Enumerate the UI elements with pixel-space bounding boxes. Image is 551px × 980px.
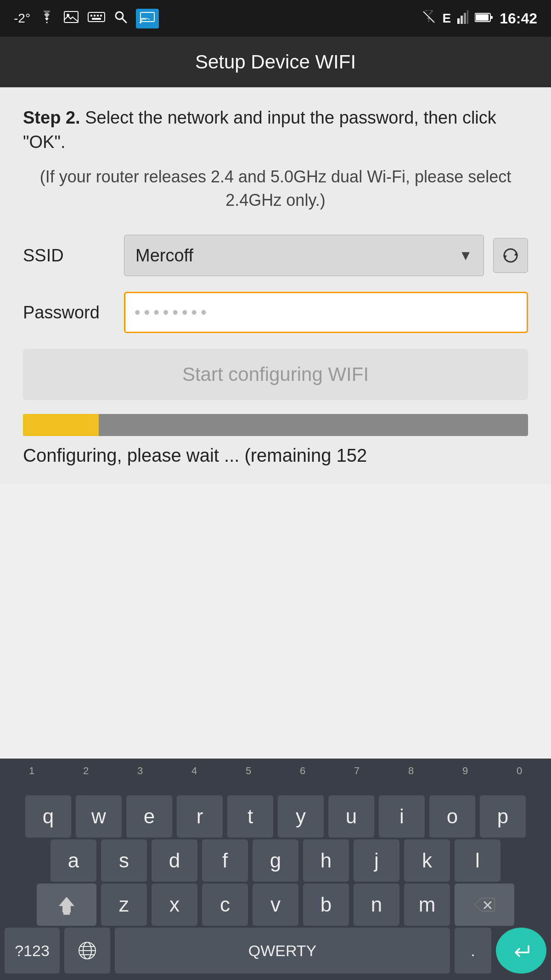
key-o[interactable]: o (429, 795, 475, 838)
key-n[interactable]: n (354, 884, 399, 926)
app-bar-title: Setup Device WIFI (195, 51, 356, 73)
svg-rect-22 (63, 912, 70, 915)
svg-rect-10 (141, 12, 154, 22)
progress-text: Configuring, please wait ... (remaining … (23, 445, 528, 466)
key-r[interactable]: r (177, 795, 223, 838)
battery-icon (475, 11, 493, 26)
key-hint-2: 2 (59, 763, 113, 793)
keyboard-bottom-row: ?123 QWERTY . (5, 928, 546, 974)
image-icon (63, 11, 79, 27)
shift-button[interactable] (37, 884, 96, 926)
progress-bar-fill (23, 414, 99, 436)
globe-button[interactable] (64, 928, 110, 974)
svg-rect-18 (476, 14, 489, 21)
keyboard-row-3: z x c v b n m (5, 884, 546, 926)
wifi-icon (39, 11, 55, 27)
time-display: 16:42 (500, 10, 537, 27)
key-z[interactable]: z (101, 884, 147, 926)
svg-rect-6 (100, 15, 102, 17)
key-hint-9: 9 (438, 763, 492, 793)
svg-rect-2 (88, 12, 105, 22)
key-hint-6: 6 (276, 763, 330, 793)
signal-letter: E (442, 11, 451, 26)
app-bar: Setup Device WIFI (0, 37, 551, 87)
key-hint-7: 7 (330, 763, 384, 793)
svg-rect-17 (490, 16, 493, 19)
progress-bar-container (23, 414, 528, 436)
ssid-value: Mercoff (135, 246, 193, 266)
svg-line-9 (122, 18, 126, 23)
svg-rect-13 (461, 16, 463, 24)
svg-rect-7 (92, 18, 101, 20)
main-content: Step 2. Select the network and input the… (0, 87, 551, 484)
ssid-dropdown[interactable]: Mercoff ▼ (124, 235, 484, 276)
sub-note: (If your router releases 2.4 and 5.0GHz … (23, 165, 528, 212)
key-m[interactable]: m (404, 884, 450, 926)
svg-rect-4 (94, 15, 96, 17)
key-a[interactable]: a (51, 839, 96, 882)
password-input[interactable]: •••••••• (124, 292, 528, 333)
key-f[interactable]: f (202, 839, 248, 882)
keyboard-row-1: q w e r t y u i o p (5, 795, 546, 838)
key-hint-5: 5 (221, 763, 276, 793)
key-j[interactable]: j (354, 839, 399, 882)
key-hint-3: 3 (113, 763, 167, 793)
svg-rect-15 (467, 10, 468, 24)
svg-rect-5 (97, 15, 99, 17)
key-hint-0: 0 (492, 763, 546, 793)
status-bar: -2° (0, 0, 551, 37)
key-u[interactable]: u (328, 795, 374, 838)
svg-rect-3 (90, 15, 92, 17)
svg-rect-0 (64, 11, 78, 23)
keyboard-icon (87, 11, 106, 27)
key-hint-4: 4 (167, 763, 221, 793)
keyboard-numbers-hint-row: 1 2 3 4 5 6 7 8 9 0 (5, 763, 546, 793)
enter-button[interactable] (496, 928, 546, 974)
symbols-button[interactable]: ?123 (5, 928, 60, 974)
password-row: Password •••••••• (23, 292, 528, 333)
svg-rect-14 (464, 13, 466, 24)
dropdown-arrow-icon: ▼ (459, 248, 472, 263)
step-instruction: Step 2. Select the network and input the… (23, 106, 528, 154)
key-c[interactable]: c (202, 884, 248, 926)
key-y[interactable]: y (278, 795, 324, 838)
key-p[interactable]: p (480, 795, 526, 838)
start-configuring-button[interactable]: Start configuring WIFI (23, 349, 528, 400)
key-g[interactable]: g (253, 839, 298, 882)
password-dots: •••••••• (135, 303, 210, 322)
temperature-display: -2° (14, 11, 30, 26)
svg-rect-12 (457, 18, 460, 24)
keyboard: 1 2 3 4 5 6 7 8 9 0 q w e r t y u i o p … (0, 759, 551, 980)
svg-marker-21 (59, 897, 74, 912)
key-d[interactable]: d (152, 839, 197, 882)
key-l[interactable]: l (455, 839, 500, 882)
key-x[interactable]: x (152, 884, 197, 926)
cell-signal-icon (457, 10, 468, 27)
password-label: Password (23, 303, 124, 323)
key-s[interactable]: s (101, 839, 147, 882)
svg-point-11 (140, 22, 141, 23)
key-hint-8: 8 (384, 763, 438, 793)
key-t[interactable]: t (227, 795, 273, 838)
ssid-label: SSID (23, 246, 124, 266)
key-w[interactable]: w (76, 795, 122, 838)
status-bar-right: E 16:42 (422, 10, 537, 27)
key-k[interactable]: k (404, 839, 450, 882)
space-button[interactable]: QWERTY (115, 928, 450, 974)
key-b[interactable]: b (303, 884, 349, 926)
key-i[interactable]: i (379, 795, 425, 838)
wifi-no-signal-icon (422, 10, 436, 27)
key-hint-1: 1 (5, 763, 59, 793)
backspace-button[interactable] (455, 884, 514, 926)
period-button[interactable]: . (455, 928, 491, 974)
key-v[interactable]: v (253, 884, 298, 926)
refresh-button[interactable] (493, 238, 528, 273)
keyboard-row-2: a s d f g h j k l (5, 839, 546, 882)
step-number: Step 2. (23, 108, 80, 127)
cast-icon (136, 9, 159, 28)
status-bar-left: -2° (14, 9, 159, 28)
key-h[interactable]: h (303, 839, 349, 882)
key-q[interactable]: q (25, 795, 71, 838)
search-icon (114, 10, 128, 27)
key-e[interactable]: e (126, 795, 172, 838)
